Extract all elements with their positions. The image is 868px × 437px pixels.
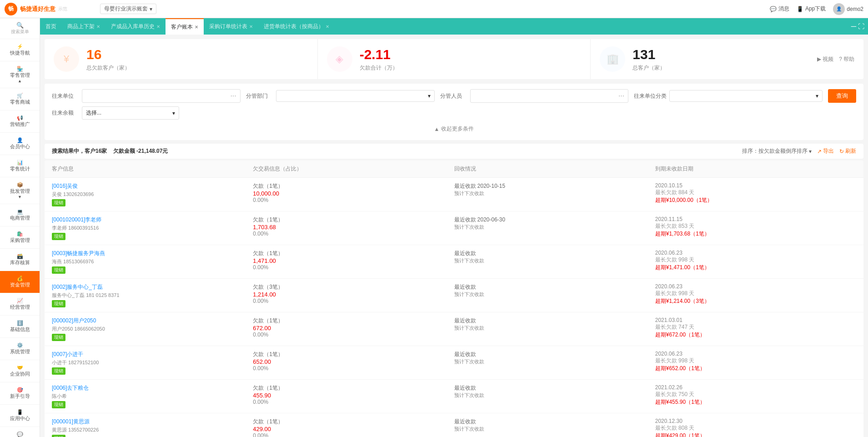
- sidebar-item-ecommerce[interactable]: 💻 电商管理: [0, 204, 40, 226]
- sidebar-item-collab[interactable]: 🤝 企业协同: [0, 360, 40, 382]
- stat-info-debt-total: -2.11 欠款合计（万）: [360, 47, 398, 72]
- overdue-link-1[interactable]: 超期¥1,703.68（1笔）: [655, 230, 856, 238]
- tab-purchase-order-stats[interactable]: 采购订单统计表 ✕: [204, 18, 258, 35]
- sidebar-item-wholesale[interactable]: 📦 批发管理 ▼: [0, 177, 40, 204]
- retail-stats-icon: 📊: [17, 160, 23, 166]
- tab-finished-goods[interactable]: 产成品入库单历史 ✕: [105, 18, 166, 35]
- filter-select-balance[interactable]: 选择... ▾: [82, 106, 179, 120]
- overdue-days-0: 最长欠款 884 天: [655, 189, 856, 196]
- filter-input-customer[interactable]: ···: [82, 89, 241, 103]
- filter-select-category[interactable]: ▾: [669, 90, 823, 102]
- sidebar-item-retail-mgmt[interactable]: 🏪 零售管理 ▲: [0, 61, 40, 88]
- debt-amount-1[interactable]: 1,703.68: [253, 224, 454, 231]
- app-download-btn[interactable]: 📱 App下载: [797, 5, 826, 13]
- phone-icon: 📱: [797, 6, 803, 12]
- col-header-debt-info: 欠交易信息（占比）: [253, 165, 454, 173]
- tab-customer-ledger[interactable]: 客户账本 ✕: [166, 18, 204, 35]
- customer-name-6[interactable]: [0006]去下粮仓: [52, 384, 253, 392]
- tab-product-listing[interactable]: 商品上下架 ✕: [62, 18, 105, 35]
- overdue-link-3[interactable]: 超期¥1,214.00（3笔）: [655, 297, 856, 305]
- customer-info-4: [000002]用户2050 用户2050 18665062050 现销: [52, 317, 253, 341]
- customer-name-0[interactable]: [0016]吴俊: [52, 182, 253, 190]
- debt-info-1: 欠款（1笔） 1,703.68 0.00%: [253, 216, 454, 237]
- operations-icon: 📈: [17, 298, 23, 304]
- tab-finished-goods-close[interactable]: ✕: [156, 24, 160, 29]
- debt-amount-3[interactable]: 1,214.00: [253, 291, 454, 298]
- overdue-days-7: 最长欠款 808 天: [655, 424, 856, 432]
- tab-goods-stats[interactable]: 进货单统计表（按商品） ✕: [258, 18, 335, 35]
- debt-amount-7[interactable]: 429.00: [253, 426, 454, 432]
- sidebar-item-enterprise-wechat[interactable]: 💬 企业微信: [0, 427, 40, 437]
- help-btn[interactable]: ? 帮助: [839, 55, 854, 63]
- sidebar-item-system[interactable]: ⚙️ 系统管理: [0, 338, 40, 360]
- message-btn[interactable]: 💬 消息: [770, 5, 789, 13]
- table-row: [0006]去下粮仓 陈小希 现销 欠款（1笔） 455.90 0.00% 最近…: [45, 380, 863, 413]
- quick-nav-label: 快捷导航: [10, 50, 30, 56]
- search-button[interactable]: 查询: [828, 89, 856, 103]
- filter-input-person[interactable]: ···: [470, 89, 629, 103]
- refresh-button[interactable]: ↻ 刷新: [839, 147, 856, 155]
- store-selector[interactable]: 母婴行业演示账套 ▾: [100, 4, 156, 14]
- sidebar-item-basic-info[interactable]: ℹ️ 基础信息: [0, 316, 40, 338]
- tab-minimize-icon[interactable]: ─: [851, 22, 856, 30]
- user-btn[interactable]: 👤 demo2: [833, 3, 863, 15]
- tab-maximize-icon[interactable]: ⛶: [858, 23, 864, 30]
- tab-home[interactable]: 首页: [40, 18, 62, 35]
- results-right: 排序：按欠款金额倒序排序 ▾ ↗ 导出 ↻ 刷新: [742, 147, 856, 155]
- customer-name-7[interactable]: [000001]黄思源: [52, 418, 253, 426]
- customer-name-5[interactable]: [0007]小进干: [52, 351, 253, 358]
- collapse-btn[interactable]: ▲ 收起更多条件: [52, 123, 856, 135]
- tab-customer-ledger-close[interactable]: ✕: [195, 25, 198, 30]
- due-date-0: 2020.10.15: [655, 182, 856, 189]
- customer-contact-0: 吴俊 13026203696: [52, 191, 253, 198]
- sidebar-item-purchase[interactable]: 🛍️ 采购管理: [0, 226, 40, 249]
- debt-amount-2[interactable]: 1,471.00: [253, 257, 454, 264]
- sidebar-item-inventory[interactable]: 🗃️ 库存核算: [0, 249, 40, 271]
- sidebar-item-finance[interactable]: 💰 资金管理: [0, 271, 40, 293]
- customer-info-2: [0003]畅捷服务尹海燕 海燕 18513066976 现销: [52, 250, 253, 274]
- sidebar-item-retail-mall[interactable]: 🛒 零售商城: [0, 88, 40, 111]
- debt-amount-0[interactable]: 10,000.00: [253, 190, 454, 197]
- overdue-link-7[interactable]: 超期¥429.00（1笔）: [655, 432, 856, 437]
- tab-purchase-order-stats-close[interactable]: ✕: [249, 24, 253, 29]
- refresh-label: 刷新: [845, 147, 856, 155]
- chevron-down-balance-icon: ▾: [172, 110, 175, 116]
- tab-goods-stats-close[interactable]: ✕: [326, 24, 329, 29]
- overdue-link-0[interactable]: 超期¥10,000.00（1笔）: [655, 196, 856, 204]
- customer-name-2[interactable]: [0003]畅捷服务尹海燕: [52, 250, 253, 257]
- customer-name-1[interactable]: [0001020001]李老师: [52, 216, 253, 224]
- debt-amount-4[interactable]: 672.00: [253, 325, 454, 332]
- overdue-link-5[interactable]: 超期¥652.00（1笔）: [655, 365, 856, 372]
- sidebar-item-member[interactable]: 👤 会员中心: [0, 133, 40, 155]
- customer-name-3[interactable]: [0002]服务中心_丁磊: [52, 283, 253, 291]
- tab-product-listing-close[interactable]: ✕: [96, 24, 100, 29]
- debt-info-0: 欠款（1笔） 10,000.00 0.00%: [253, 182, 454, 203]
- sidebar-item-retail-stats[interactable]: 📊 零售统计: [0, 155, 40, 177]
- customer-info-7: [000001]黄思源 黄思源 13552700226 现销: [52, 418, 253, 437]
- basic-info-icon: ℹ️: [17, 320, 23, 326]
- video-btn[interactable]: ▶ 视频: [817, 55, 833, 63]
- stat-icon-debt-total: ◈: [327, 46, 352, 72]
- filter-dots-icon[interactable]: ···: [230, 92, 236, 100]
- filter-select-dept[interactable]: ▾: [276, 90, 435, 102]
- col-header-customer: 客户信息: [52, 165, 253, 173]
- sidebar-item-guide[interactable]: 🎯 新手引导: [0, 382, 40, 405]
- customer-info-3: [0002]服务中心_丁磊 服务中心_丁磊 181 0125 8371 现销: [52, 283, 253, 307]
- overdue-link-4[interactable]: 超期¥672.00（1笔）: [655, 331, 856, 339]
- sidebar-item-operations[interactable]: 📈 经营管理: [0, 293, 40, 316]
- sidebar-item-quick-nav[interactable]: ⚡ 快捷导航: [0, 39, 40, 61]
- overdue-link-2[interactable]: 超期¥1,471.00（1笔）: [655, 264, 856, 271]
- col-header-collection: 回收情况: [454, 165, 655, 173]
- sidebar-item-apps[interactable]: 📱 应用中心: [0, 405, 40, 427]
- filter-person-dots-icon[interactable]: ···: [618, 92, 624, 100]
- sort-button[interactable]: 排序：按欠款金额倒序排序 ▾: [742, 147, 812, 155]
- debt-amount-6[interactable]: 455.90: [253, 392, 454, 399]
- export-button[interactable]: ↗ 导出: [817, 147, 834, 155]
- overdue-link-6[interactable]: 超期¥455.90（1笔）: [655, 398, 856, 406]
- sidebar-item-marketing[interactable]: 📢 营销推广: [0, 111, 40, 133]
- debt-amount-5[interactable]: 652.00: [253, 358, 454, 365]
- main-layout: 🔍 搜索菜单 ⚡ 快捷导航 🏪 零售管理 ▲ 🛒 零售商城 📢 营销推广 �: [0, 18, 868, 437]
- next-collection-4: 预计下次收款: [454, 325, 655, 332]
- sidebar-item-search[interactable]: 🔍 搜索菜单: [0, 18, 40, 39]
- customer-name-4[interactable]: [000002]用户2050: [52, 317, 253, 325]
